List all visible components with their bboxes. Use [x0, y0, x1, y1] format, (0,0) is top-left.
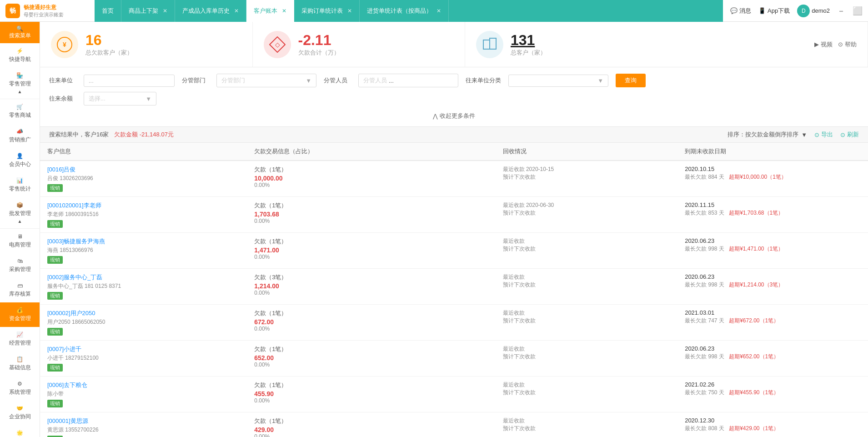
customer-name-6[interactable]: [0006]去下粮仓 [47, 381, 240, 389]
dept-select[interactable]: 分管部门 ▼ [216, 74, 316, 87]
debt-amount-3[interactable]: 1,214.00 [254, 282, 488, 290]
video-action[interactable]: ▶ 视频 [814, 40, 833, 49]
next-payment-4: 预计下次收款 [503, 317, 671, 325]
customer-name-2[interactable]: [0003]畅捷服务尹海燕 [47, 237, 240, 246]
overdue-amount-3[interactable]: 超期¥1,214.00（3笔） [729, 281, 783, 288]
customer-name-3[interactable]: [0002]服务中心_丁磊 [47, 273, 240, 281]
sidebar-item-basic-info[interactable]: 📋 基础信息 [0, 352, 40, 376]
customer-name-7[interactable]: [000001]黄思源 [47, 417, 240, 425]
user-profile[interactable]: D demo2 [797, 5, 830, 17]
message-button[interactable]: 💬 消息 [730, 7, 751, 15]
sidebar-item-retail-store[interactable]: 🛒 零售商城 [0, 99, 40, 124]
topbar-right: 💬 消息 📱 App下载 D demo2 － ⬜ [730, 5, 863, 17]
overdue-days-3: 最长欠款 998 天 [685, 281, 727, 288]
tab-customer-account[interactable]: 客户账本 ✕ [246, 0, 294, 22]
overdue-info-6: 最长欠款 750 天 超期¥455.90（1笔） [685, 389, 861, 397]
sidebar-item-enterprise-collab[interactable]: 🤝 企业协同 [0, 401, 40, 425]
debt-amount-1[interactable]: 1,703.68 [254, 211, 488, 218]
tab-home-label: 首页 [102, 7, 114, 15]
person-select[interactable]: 分管人员 ... [358, 74, 458, 87]
sidebar-item-batch-mgmt[interactable]: 📦 批发管理 ▲ [0, 197, 40, 228]
debt-amount-7[interactable]: 429.00 [254, 426, 488, 433]
query-button[interactable]: 查询 [616, 74, 646, 87]
sidebar-item-marketing[interactable]: 📣 营销推广 [0, 124, 40, 148]
overdue-amount-1[interactable]: 超期¥1,703.68（1笔） [729, 210, 783, 216]
sidebar-item-new-guide[interactable]: 🌟 新手引导 [0, 425, 40, 437]
recovery-cell-0: 最近收款 2020-10-15 预计下次收款 [496, 161, 678, 197]
tab-product-offline-close[interactable]: ✕ [163, 8, 167, 14]
overdue-amount-4[interactable]: 超期¥672.00（1笔） [729, 317, 779, 324]
tab-purchase-stats-close[interactable]: ✕ [437, 8, 441, 14]
video-label: 视频 [821, 40, 833, 49]
refresh-label: 刷新 [847, 131, 859, 139]
app-download-button[interactable]: 📱 App下载 [758, 7, 790, 15]
purchase-icon: 🛍 [17, 258, 23, 264]
overdue-info-7: 最长欠款 808 天 超期¥429.00（1笔） [685, 425, 861, 432]
tab-purchase-order[interactable]: 采购订单统计表 ✕ [294, 0, 360, 22]
debt-amount-4[interactable]: 672.00 [254, 318, 488, 326]
source-unit-input[interactable]: ... [84, 75, 175, 87]
tab-purchase-history[interactable]: 产成品入库单历史 ✕ [175, 0, 246, 22]
debt-customers-label: 总欠款客户（家） [85, 49, 133, 57]
sidebar-item-operations-label: 经营管理 [9, 339, 31, 347]
overdue-days-0: 最长欠款 884 天 [685, 174, 727, 180]
latest-payment-2: 最近收款 [503, 237, 671, 245]
overdue-info-5: 最长欠款 998 天 超期¥652.00（1笔） [685, 353, 861, 361]
customer-name-1[interactable]: [0001020001]李老师 [47, 201, 240, 210]
sidebar-item-finance[interactable]: 💰 资金管理 [0, 302, 40, 327]
export-button[interactable]: ⊙ 导出 [814, 131, 833, 139]
due-date-1: 2020.11.15 [685, 201, 861, 208]
tab-home[interactable]: 首页 [95, 0, 121, 22]
sidebar-item-member[interactable]: 👤 会员中心 [0, 148, 40, 173]
overdue-amount-2[interactable]: 超期¥1,471.00（1笔） [729, 246, 783, 252]
debt-amount-6[interactable]: 455.90 [254, 390, 488, 397]
overdue-amount-5[interactable]: 超期¥652.00（1笔） [729, 353, 779, 360]
debt-amount-0[interactable]: 10,000.00 [254, 175, 488, 182]
tab-customer-account-close[interactable]: ✕ [282, 8, 286, 14]
debt-count-5: 欠款（1笔） [254, 345, 488, 353]
collapse-button[interactable]: ⋀ 收起更多条件 [49, 110, 859, 120]
svg-text:◇: ◇ [275, 41, 280, 48]
balance-select[interactable]: 选择... ▼ [84, 92, 156, 105]
sidebar-item-retail-stats[interactable]: 📊 零售统计 [0, 173, 40, 197]
tab-product-offline[interactable]: 商品上下架 ✕ [121, 0, 175, 22]
customer-tag-5: 现销 [47, 364, 63, 372]
latest-payment-0: 最近收款 2020-10-15 [503, 166, 671, 173]
debt-amount-5[interactable]: 652.00 [254, 354, 488, 362]
overdue-amount-6[interactable]: 超期¥455.90（1笔） [729, 389, 779, 396]
tab-purchase-history-close[interactable]: ✕ [234, 8, 239, 14]
next-payment-5: 预计下次收款 [503, 353, 671, 361]
sidebar-item-retail-mgmt[interactable]: 🏪 零售管理 ▲ [0, 68, 40, 99]
filter-row-1: 往来单位 ... 分管部门 分管部门 ▼ 分管人员 分管人员 ... 往来单位分… [49, 74, 859, 87]
sidebar-item-nav[interactable]: ⚡ 快捷导航 [0, 43, 40, 68]
overdue-amount-0[interactable]: 超期¥10,000.00（1笔） [729, 174, 787, 180]
tab-purchase-order-close[interactable]: ✕ [347, 8, 352, 14]
overdue-days-2: 最长欠款 998 天 [685, 246, 727, 252]
help-action[interactable]: ⊙ 帮助 [838, 40, 857, 49]
refresh-button[interactable]: ⊙ 刷新 [840, 131, 859, 139]
customer-name-4[interactable]: [000002]用户2050 [47, 309, 240, 317]
debt-amount-2[interactable]: 1,471.00 [254, 246, 488, 254]
sidebar-item-inventory[interactable]: 🗃 库存核算 [0, 278, 40, 302]
total-customers-label: 总客户（家） [511, 49, 546, 57]
overdue-amount-7[interactable]: 超期¥429.00（1笔） [729, 425, 779, 432]
due-date-2: 2020.06.23 [685, 237, 861, 244]
debt-cell-1: 欠款（1笔） 1,703.68 0.00% [247, 197, 495, 233]
message-icon: 💬 [730, 7, 738, 14]
unit-type-select[interactable]: ▼ [508, 75, 608, 87]
sidebar-item-purchase[interactable]: 🛍 采购管理 [0, 253, 40, 278]
sidebar-item-system[interactable]: ⚙ 系统管理 [0, 376, 40, 401]
sidebar-search[interactable]: 🔍 搜索菜单 [0, 22, 40, 43]
person-dots: ... [389, 77, 394, 84]
customer-name-5[interactable]: [0007]小进千 [47, 345, 240, 353]
sidebar-item-operations[interactable]: 📈 经营管理 [0, 327, 40, 352]
sort-dropdown[interactable]: 排序：按欠款金额倒序排序 ▼ [728, 131, 807, 139]
customer-tag-0: 现销 [47, 184, 63, 192]
customer-name-0[interactable]: [0016]吕俊 [47, 166, 240, 174]
tab-purchase-stats[interactable]: 进货单统计表（按商品） ✕ [360, 0, 449, 22]
customer-sub-7: 黄思源 13552700226 [47, 426, 240, 434]
sidebar-item-ecommerce[interactable]: 🖥 电商管理 [0, 229, 40, 253]
maximize-button[interactable]: ⬜ [853, 6, 863, 16]
minimize-button[interactable]: － [837, 5, 845, 16]
table-row: [0002]服务中心_丁磊 服务中心_丁磊 181 0125 8371 现销 欠… [40, 269, 868, 305]
